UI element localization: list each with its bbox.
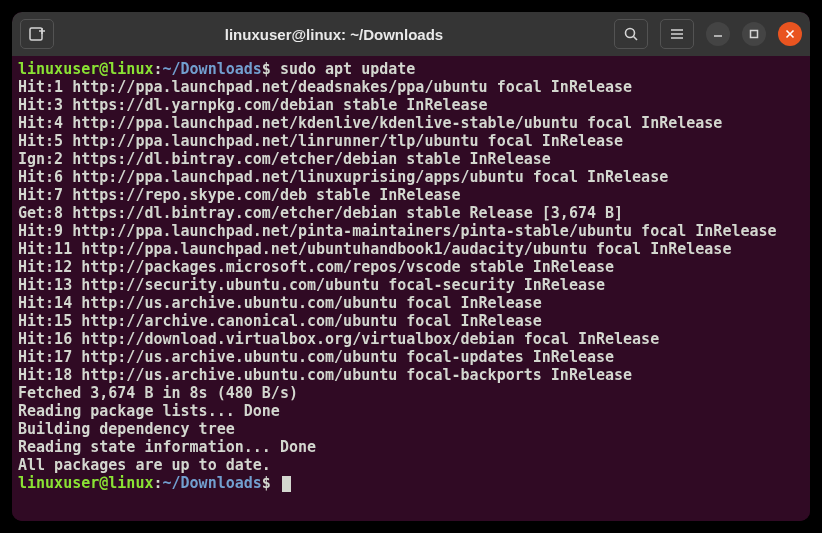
menu-button[interactable] xyxy=(660,19,694,49)
prompt-sep1: : xyxy=(153,60,162,78)
output-line: Hit:11 http://ppa.launchpad.net/ubuntuha… xyxy=(18,240,804,258)
output-line: Hit:14 http://us.archive.ubuntu.com/ubun… xyxy=(18,294,804,312)
prompt-path: ~/Downloads xyxy=(163,474,262,492)
output-line: Hit:5 http://ppa.launchpad.net/linrunner… xyxy=(18,132,804,150)
output-line: Hit:16 http://download.virtualbox.org/vi… xyxy=(18,330,804,348)
hamburger-icon xyxy=(669,26,685,42)
svg-point-3 xyxy=(626,29,635,38)
output-line: Hit:6 http://ppa.launchpad.net/linuxupri… xyxy=(18,168,804,186)
terminal-body[interactable]: linuxuser@linux:~/Downloads$ sudo apt up… xyxy=(12,56,810,521)
window-title: linuxuser@linux: ~/Downloads xyxy=(62,26,606,43)
prompt-sep2: $ xyxy=(262,60,271,78)
maximize-button[interactable] xyxy=(742,22,766,46)
new-tab-icon xyxy=(28,25,46,43)
output-line: Get:8 https://dl.bintray.com/etcher/debi… xyxy=(18,204,804,222)
prompt-user-host: linuxuser@linux xyxy=(18,474,153,492)
output-line: Hit:9 http://ppa.launchpad.net/pinta-mai… xyxy=(18,222,804,240)
output-line: Hit:15 http://archive.canonical.com/ubun… xyxy=(18,312,804,330)
maximize-icon xyxy=(749,29,759,39)
prompt-sep2: $ xyxy=(262,474,271,492)
prompt-sep1: : xyxy=(153,474,162,492)
prompt-path: ~/Downloads xyxy=(163,60,262,78)
prompt-user-host: linuxuser@linux xyxy=(18,60,153,78)
minimize-button[interactable] xyxy=(706,22,730,46)
output-line: All packages are up to date. xyxy=(18,456,804,474)
output-line: Hit:17 http://us.archive.ubuntu.com/ubun… xyxy=(18,348,804,366)
terminal-window: linuxuser@linux: ~/Downloads xyxy=(12,12,810,521)
output-line: Reading package lists... Done xyxy=(18,402,804,420)
output-line: Hit:12 http://packages.microsoft.com/rep… xyxy=(18,258,804,276)
svg-rect-9 xyxy=(751,31,758,38)
close-icon xyxy=(785,29,795,39)
svg-rect-0 xyxy=(30,28,42,40)
minimize-icon xyxy=(713,29,723,39)
output-line: Hit:3 https://dl.yarnpkg.com/debian stab… xyxy=(18,96,804,114)
cursor xyxy=(282,476,291,492)
output-line: Hit:7 https://repo.skype.com/deb stable … xyxy=(18,186,804,204)
output-line: Ign:2 https://dl.bintray.com/etcher/debi… xyxy=(18,150,804,168)
svg-line-4 xyxy=(634,37,638,41)
titlebar: linuxuser@linux: ~/Downloads xyxy=(12,12,810,56)
prompt-line: linuxuser@linux:~/Downloads$ sudo apt up… xyxy=(18,60,804,78)
output-line: Fetched 3,674 B in 8s (480 B/s) xyxy=(18,384,804,402)
prompt-line: linuxuser@linux:~/Downloads$ xyxy=(18,474,804,492)
new-tab-button[interactable] xyxy=(20,19,54,49)
output-line: Building dependency tree xyxy=(18,420,804,438)
output-line: Hit:13 http://security.ubuntu.com/ubuntu… xyxy=(18,276,804,294)
output-line: Reading state information... Done xyxy=(18,438,804,456)
output-line: Hit:4 http://ppa.launchpad.net/kdenlive/… xyxy=(18,114,804,132)
output-line: Hit:18 http://us.archive.ubuntu.com/ubun… xyxy=(18,366,804,384)
search-icon xyxy=(623,26,639,42)
search-button[interactable] xyxy=(614,19,648,49)
command-text: sudo apt update xyxy=(280,60,415,78)
close-button[interactable] xyxy=(778,22,802,46)
output-area: Hit:1 http://ppa.launchpad.net/deadsnake… xyxy=(18,78,804,474)
output-line: Hit:1 http://ppa.launchpad.net/deadsnake… xyxy=(18,78,804,96)
